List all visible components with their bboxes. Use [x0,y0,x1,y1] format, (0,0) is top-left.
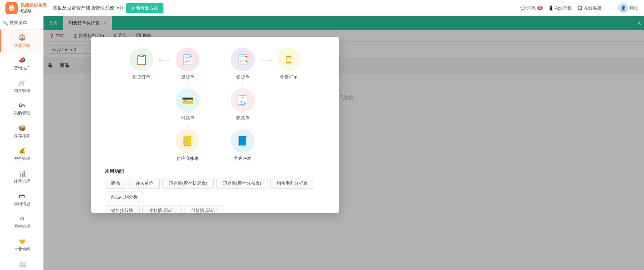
purchase-order-label: 进货订单 [133,74,150,80]
search-icon: 🔍 [3,20,8,25]
service-icon: 🎧 [577,5,582,11]
purchase-icon: 🛍 [19,102,25,109]
customer-ledger-label: 客户账本 [234,156,251,162]
overlay: 📋 进货订单 - - → [43,16,644,270]
receipt-bill-label: 收款单 [236,115,249,121]
enterprise-icon: 🤝 [18,238,26,245]
common-btn-sales-profit[interactable]: 销售毛利分析表 [270,178,314,189]
logo-area: 畅 畅康通好生意 旺趋版 [5,2,47,14]
basic-info-icon: 🗃 [19,193,25,200]
receipt-bill-icon: 🧾 [237,95,249,106]
common-btn-product-profit[interactable]: 商品毛利分析 [105,192,144,202]
common-section: 常用功能 商品 往来单位 现存量(库存状况表) 现存量(库存分布表) 销售毛利分… [105,168,326,213]
common-btn-product[interactable]: 商品 [105,178,126,189]
common-btn-sales-rank[interactable]: 销售排行榜 [105,205,140,213]
logo-icon: 畅 [5,2,18,14]
common-btn-contacts[interactable]: 往来单位 [129,178,160,189]
sales-order-icon: 🗒 [284,54,294,65]
sales-bill-circle: 📑 [231,48,255,71]
top-bar: 畅 畅康通好生意 旺趋版 装备及固定资产辅助管理系统 ▾ ⚙ 体验行业方案 💬 … [0,0,644,16]
flow-item-receipt-bill[interactable]: 🧾 收款单 [231,88,255,121]
sales-order-circle: 🗒 [277,48,301,71]
arrow-v-4: ↓ [241,122,244,128]
sidebar-item-purchase[interactable]: 🛍 采购管理 [0,98,43,120]
download-icon: 📱 [548,5,554,11]
payment-bill-circle: 💳 [176,88,199,112]
payment-bill-icon: 💳 [182,95,194,106]
sidebar: 🔍 搜索菜单 🏠 快捷导航 📣 营销推广 🛒 销售管理 🛍 采购管理 📦 [0,16,43,270]
supplier-ledger-icon: 📒 [182,136,194,147]
purchase-order-icon: 📋 [135,54,148,66]
sidebar-item-enterprise[interactable]: 🤝 企业协同 [0,234,43,256]
sidebar-item-system[interactable]: ⚙ 系统管理 [0,211,43,234]
app-download-button[interactable]: 📱 App下载 [548,5,572,11]
settings-button[interactable]: ⚙ [119,5,123,11]
common-btn-receipt-stats[interactable]: 收款情况统计 [142,205,182,213]
arrow-v-1: ↓ [186,81,189,88]
flow-item-payment-bill[interactable]: 💳 付款单 [176,88,199,121]
flow-diagram: 📋 进货订单 - - → [105,48,326,162]
payment-bill-label: 付款单 [181,115,194,121]
common-buttons: 商品 往来单位 现存量(库存状况表) 现存量(库存分布表) 销售毛利分析表 商品… [105,178,326,202]
home-icon: 🏠 [18,34,26,41]
sidebar-item-basic-info[interactable]: 🗃 基础信息 [0,188,43,211]
common-title: 常用功能 [105,168,326,175]
operations-icon: 📊 [18,170,26,177]
common-btn-stock-status[interactable]: 现存量(库存状况表) [162,178,214,189]
sales-icon: 🛒 [18,79,26,87]
online-service-button[interactable]: 🎧 在线客服 [577,5,602,11]
app-container: 畅 畅康通好生意 旺趋版 装备及固定资产辅助管理系统 ▾ ⚙ 体验行业方案 💬 … [0,0,644,270]
flow-item-sales-bill[interactable]: 📑 销货单 [231,48,255,80]
flow-mid-right-col: 📑 销货单 ↓ 🧾 收款单 [225,48,260,162]
system-dropdown-button[interactable]: ▾ [117,5,119,11]
purchase-order-circle: 📋 [129,48,153,71]
receipt-bill-circle: 🧾 [231,88,255,112]
sidebar-item-newbie[interactable]: 📖 新手引导 [0,256,43,270]
flow-item-purchase-bill[interactable]: 📄 进货单 [176,48,199,80]
top-right-area: 💬 消息 5 📱 App下载 🎧 在线客服 👤 用友 [520,3,639,13]
sales-bill-label: 销货单 [236,74,249,80]
flow-left-col: 📋 进货订单 [124,48,159,80]
flow-item-supplier-ledger[interactable]: 📒 供应商账本 [176,129,199,162]
logo-text: 畅康通好生意 旺趋版 [20,2,47,14]
inventory-icon: 📦 [18,124,26,132]
purchase-bill-circle: 📄 [176,48,199,71]
customer-ledger-circle: 📘 [231,129,255,153]
avatar: 👤 [618,3,628,13]
supplier-ledger-circle: 📒 [176,129,199,153]
customer-ledger-icon: 📘 [237,136,249,147]
common-btn-payment-stats[interactable]: 付款情况统计 [185,205,224,213]
flow-item-sales-order[interactable]: 🗒 销售订单 [277,48,301,80]
marketing-icon: 📣 [18,56,26,64]
supplier-ledger-label: 供应商账本 [177,156,199,162]
dialog-body: 📋 进货订单 - - → [91,37,339,213]
arrow-h-2: ← - - [260,48,272,65]
sidebar-item-quick-nav[interactable]: 🏠 快捷导航 [0,30,43,52]
purchase-bill-label: 进货单 [181,74,194,80]
common-btn-stock-dist[interactable]: 现存量(库存分布表) [216,178,268,189]
newbie-icon: 📖 [18,260,26,268]
arrow-h-1: - - → [159,48,170,65]
system-icon: ⚙ [19,215,25,222]
content-area: 首页 销售订单执行表 ✕ ✕ ❓ 帮助 🖨 按模板打印 ▾ [43,16,644,270]
sidebar-search[interactable]: 🔍 搜索菜单 [0,16,43,30]
flow-item-purchase-order[interactable]: 📋 进货订单 [129,48,153,80]
flow-mid-left-col: 📄 进货单 ↓ 💳 付款单 [170,48,205,162]
main-area: 🔍 搜索菜单 🏠 快捷导航 📣 营销推广 🛒 销售管理 🛍 采购管理 📦 [0,16,644,270]
sidebar-item-inventory[interactable]: 📦 库存核算 [0,120,43,143]
message-button[interactable]: 💬 消息 5 [520,5,543,11]
trial-button[interactable]: 体验行业方案 [126,3,163,13]
arrow-v-2: ↓ [186,122,189,128]
flow-item-customer-ledger[interactable]: 📘 客户账本 [231,129,255,162]
sidebar-item-finance[interactable]: 💰 资金管理 [0,143,43,166]
finance-icon: 💰 [18,147,26,155]
system-title: 装备及固定资产辅助管理系统 [52,5,114,11]
dialog: 📋 进货订单 - - → [91,37,339,213]
sidebar-item-operations[interactable]: 📊 经营管理 [0,166,43,188]
message-badge: 5 [537,6,543,10]
user-button[interactable]: 👤 用友 [618,3,639,13]
sales-order-label: 销售订单 [280,74,298,80]
divider [610,5,610,12]
sidebar-item-sales[interactable]: 🛒 销售管理 [0,75,43,98]
sidebar-item-marketing[interactable]: 📣 营销推广 [0,52,43,75]
